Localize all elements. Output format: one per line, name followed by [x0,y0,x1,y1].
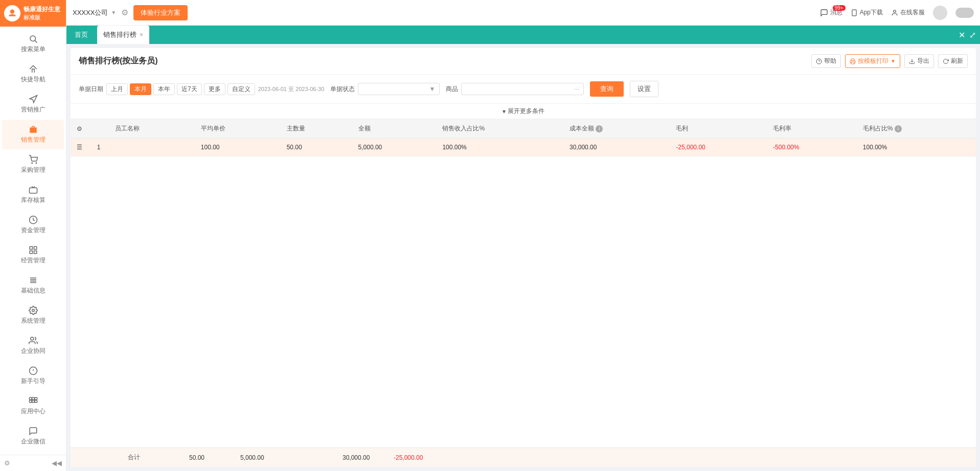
svg-rect-19 [35,400,37,403]
svg-rect-8 [34,246,36,249]
expand-label: 展开更多条件 [508,107,544,116]
cost-info-icon: i [596,125,603,132]
maximize-icon[interactable]: ⤢ [969,30,976,40]
online-service-button[interactable]: 在线客服 [891,8,925,17]
sidebar-item-sales[interactable]: 销售管理 [2,120,64,149]
col-cost-amount: 成本全额 i [563,119,670,139]
content-area: 销售排行榜(按业务员) 帮助 按模板打印 ▼ [66,44,980,471]
sidebar-item-system[interactable]: 系统管理 [2,301,64,330]
filter-goods-item: 商品 ··· [446,83,584,95]
app-download-button[interactable]: App下载 [851,8,883,17]
table-body: ☰ 1 100.00 50.00 5,000.00 100.00% 30,000… [71,139,976,156]
query-button[interactable]: 查询 [590,81,624,97]
period-btn-this-year[interactable]: 本年 [153,83,175,95]
svg-line-2 [35,40,37,42]
svg-point-1 [30,36,36,41]
app-label: App下载 [860,8,883,17]
period-btn-custom[interactable]: 自定义 [227,83,255,95]
col-main-qty: 主数量 [281,119,352,139]
page-header-actions: 帮助 按模板打印 ▼ 导出 刷新 [811,54,968,68]
footer-empty3 [285,454,336,461]
footer-cost-amount: 30,000.00 [336,454,388,461]
date-range-display: 2023-06-01 至 2023-06-30 [258,85,325,93]
table-row[interactable]: ☰ 1 100.00 50.00 5,000.00 100.00% 30,000… [71,139,976,156]
sidebar-item-label: 经营管理 [21,256,45,265]
sidebar-item-label: 系统管理 [21,317,45,325]
export-button[interactable]: 导出 [904,54,934,68]
sidebar-item-inventory[interactable]: 库存核算 [2,180,64,210]
sidebar-item-operations[interactable]: 经营管理 [2,240,64,270]
col-amount: 全额 [352,119,437,139]
row-avg-price: 100.00 [195,139,281,156]
table-header: ⚙ 员工名称 平均单价 主数量 全额 销售收入占比% 成本全额 i 毛利 毛利率 [71,119,976,139]
sidebar-item-basic[interactable]: 基础信息 [2,271,64,300]
try-industry-button[interactable]: 体验行业方案 [133,5,188,20]
period-buttons: 上月 本月 本年 近7天 更多 自定义 [106,83,255,95]
sidebar-item-search[interactable]: 搜索菜单 [2,29,64,59]
filter-settings-button[interactable]: 设置 [630,81,658,97]
sidebar-item-home[interactable]: 快捷导航 [2,59,64,89]
settings-bottom-icon[interactable]: ⚙ [4,459,10,467]
tab-active-label: 销售排行榜 [103,30,136,39]
row-cost-amount: 30,000.00 [563,139,670,156]
col-avg-price: 平均单价 [195,119,281,139]
row-gross-rate: -500.00% [767,139,857,156]
sidebar-item-label: 基础信息 [21,286,45,295]
sidebar-item-enterprise[interactable]: 企业协同 [2,331,64,361]
page-container: 销售排行榜(按业务员) 帮助 按模板打印 ▼ [71,48,976,467]
topbar-right: 消息 99+ App下载 在线客服 [820,6,974,20]
row-name [109,139,195,156]
row-main-qty: 50.00 [281,139,352,156]
sidebar-item-purchase[interactable]: 采购管理 [2,150,64,180]
expand-more-button[interactable]: ▾ 展开更多条件 [503,107,544,116]
col-gross: 毛利 [670,119,767,139]
app-title: 畅康通好生意 [24,6,60,14]
close-window-icon[interactable]: ✕ [959,30,965,40]
row-gross-pct: 100.00% [857,139,976,156]
tabbar-actions: ✕ ⤢ [959,30,980,40]
print-dropdown-arrow[interactable]: ▼ [891,58,896,64]
toggle-switch[interactable] [955,8,974,18]
tab-home-label: 首页 [75,30,88,39]
sidebar-item-label: 资金管理 [21,226,45,235]
goods-input[interactable]: ··· [461,83,584,95]
sidebar-item-label: 营销推广 [21,105,45,114]
svg-rect-14 [29,397,32,400]
message-button[interactable]: 消息 99+ [820,8,842,17]
period-btn-7days[interactable]: 近7天 [177,83,202,95]
help-button[interactable]: 帮助 [811,54,841,68]
sidebar-bottom: ⚙ ◀◀ [0,455,66,471]
sidebar-item-label: 快捷导航 [21,75,45,84]
sidebar-item-apps[interactable]: 应用中心 [2,391,64,421]
sidebar-item-finance[interactable]: 资金管理 [2,210,64,240]
company-dropdown-arrow: ▼ [111,10,116,15]
user-avatar[interactable] [933,6,947,20]
col-settings[interactable]: ⚙ [71,119,88,139]
svg-point-3 [32,163,33,164]
service-label: 在线客服 [900,8,925,17]
sidebar-item-marketing[interactable]: 营销推广 [2,89,64,119]
sidebar-item-label: 新手引导 [21,377,45,386]
collapse-icon[interactable]: ◀◀ [52,459,62,467]
refresh-button[interactable]: 刷新 [938,54,968,68]
period-btn-more[interactable]: 更多 [204,83,225,95]
period-btn-this-month[interactable]: 本月 [130,83,151,95]
tab-close-icon[interactable]: × [140,31,143,38]
sidebar-logo-text: 畅康通好生意 标准版 [24,6,60,21]
company-selector[interactable]: XXXXX公司 ▼ [73,8,116,17]
period-btn-last-month[interactable]: 上月 [106,83,128,95]
status-select[interactable]: ▼ [358,83,440,95]
app-subtitle: 标准版 [24,14,60,21]
print-template-button[interactable]: 按模板打印 ▼ [845,54,900,68]
svg-rect-23 [851,62,854,64]
tab-home[interactable]: 首页 [66,26,96,44]
tab-sales-ranking[interactable]: 销售排行榜 × [97,26,149,44]
date-label: 单据日期 [79,85,103,94]
row-settings[interactable]: ☰ [71,139,88,156]
logo-icon [4,5,20,21]
sidebar-item-guide[interactable]: 新手引导 [2,361,64,391]
goods-dots-icon: ··· [574,85,579,93]
settings-gear-icon[interactable]: ⚙ [121,8,128,17]
filter-date-item: 单据日期 上月 本月 本年 近7天 更多 自定义 2023-06-01 至 20… [79,83,324,95]
sidebar-item-wechat[interactable]: 企业微信 [2,421,64,451]
